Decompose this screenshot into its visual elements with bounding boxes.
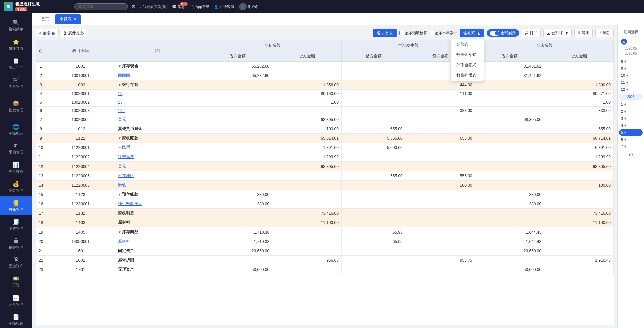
expand-more-button[interactable]: ⊻ 展开更多: [61, 29, 87, 37]
month-item-nov[interactable]: 11月: [619, 79, 643, 86]
sidebar-item-retail[interactable]: 🛒 零售管理 ›: [0, 73, 32, 97]
account-name-cell[interactable]: 原材料: [115, 237, 203, 246]
show-year-checkbox[interactable]: 显示本年累计: [430, 30, 457, 36]
cell-ob_debit: [203, 98, 272, 107]
account-name-cell[interactable]: 美元: [115, 162, 203, 171]
minimize-button[interactable]: —: [630, 17, 635, 22]
month-item-feb[interactable]: 2月: [619, 108, 643, 115]
account-name-cell[interactable]: 美元: [115, 115, 203, 124]
export-button[interactable]: ⬇ 导出: [574, 29, 593, 37]
amount-style-option-qty-amount[interactable]: 数量金额式: [451, 50, 484, 60]
account-name-cell[interactable]: 累计折旧: [115, 256, 203, 265]
month-item-dec[interactable]: 12月: [619, 86, 643, 93]
sidebar-item-inventory[interactable]: 📊 库存核算: [0, 158, 32, 177]
auxiliary-checkbox-input[interactable]: [399, 31, 404, 35]
month-item-jul[interactable]: 7月: [619, 143, 643, 150]
breadcrumb-all[interactable]: ◀ 全部 ▶: [36, 29, 59, 37]
refresh-button[interactable]: ↺ 刷新: [595, 29, 614, 37]
account-name-cell[interactable]: 游戏: [115, 181, 203, 190]
account-name-cell[interactable]: 无形资产: [115, 265, 203, 274]
table-row: 210010001回回回65,282.6033,830.9831,451.62: [36, 71, 614, 80]
account-name-cell[interactable]: ▼应收账款: [115, 134, 203, 143]
amount-style-option-qty-foreign[interactable]: 数量外币式: [451, 70, 484, 81]
amount-style-dropdown[interactable]: 金额式 ▲ 金额式 数量金额式 外币金额式 数量外币式: [460, 29, 484, 37]
account-name-cell[interactable]: 其他货币资金: [115, 124, 203, 134]
row-number: 22: [36, 256, 46, 265]
account-name-cell[interactable]: 23: [115, 98, 203, 107]
return-old-version-button[interactable]: 退回旧版: [373, 29, 397, 37]
account-name-cell[interactable]: 往来标签: [115, 152, 203, 162]
app-download-button[interactable]: 📱 App下载: [190, 4, 210, 9]
amount-style-option-amount[interactable]: 金额式: [451, 39, 484, 50]
demo-link[interactable]: ○ 我要看实例演示: [139, 4, 169, 9]
account-name-cell[interactable]: ▼库存现金: [115, 62, 203, 71]
cell-cl_debit: [475, 181, 544, 190]
sidebar-item-operation[interactable]: 📈 经营管理: [0, 291, 32, 310]
message-button[interactable]: 💬 消息 99+: [172, 4, 185, 9]
sidebar-item-report[interactable]: 📄 小畅报销: [0, 310, 32, 328]
year-checkbox-input[interactable]: [430, 31, 434, 35]
account-name-cell[interactable]: 122: [115, 107, 203, 115]
account-name-cell[interactable]: ▼库存商品: [115, 227, 203, 237]
sidebar-item-tax[interactable]: 🏛 税务管理: [0, 235, 32, 253]
cell-ob_credit: [272, 265, 342, 274]
month-item-mar[interactable]: 3月: [619, 115, 643, 122]
table-row: 211601固定资产29,650.0029,650.00: [36, 246, 614, 256]
show-auxiliary-checkbox[interactable]: 显示辅助核算: [399, 30, 427, 36]
month-item-jun[interactable]: 6月: [619, 136, 643, 143]
period-up-arrow[interactable]: ▲: [621, 39, 627, 45]
account-name-cell[interactable]: 原材料: [115, 218, 203, 227]
account-name-cell[interactable]: ▼预付账款: [115, 190, 203, 199]
cell-cl_credit: 11,100.00: [544, 218, 614, 227]
account-name-cell[interactable]: 固定资产: [115, 246, 203, 256]
row-number: 17: [36, 209, 46, 218]
sidebar-item-wholesale[interactable]: 📦 批发管理 ›: [0, 97, 32, 120]
sidebar-item-purchase[interactable]: 🛍 采购管理: [0, 139, 32, 158]
account-code-cell: 11220002: [46, 152, 115, 162]
account-name-cell[interactable]: 应收利息: [115, 209, 203, 218]
account-name-cell[interactable]: 所在地区: [115, 171, 203, 181]
fold-panel-button[interactable]: ⊙: [619, 151, 643, 158]
cell-curr_debit: [341, 246, 406, 256]
account-name-cell[interactable]: 预付账款美元: [115, 199, 203, 209]
month-item-oct[interactable]: 10月: [619, 72, 643, 79]
account-code-cell: 14050001: [46, 237, 115, 246]
month-item-apr[interactable]: 4月: [619, 122, 643, 129]
sidebar-item-shortcut[interactable]: ⭐ 快捷导航: [0, 35, 32, 54]
account-name-cell[interactable]: 回回回: [115, 71, 203, 80]
column-settings-icon[interactable]: ⚙: [39, 48, 43, 54]
maximize-button[interactable]: □: [637, 17, 640, 22]
account-name-cell[interactable]: ▼银行存款: [115, 80, 203, 90]
sidebar-item-capital[interactable]: 💰 资金管理: [0, 177, 32, 196]
gear-icon[interactable]: ⚙: [131, 4, 136, 9]
row-number: 2: [36, 71, 46, 80]
account-name-cell[interactable]: 12: [115, 90, 203, 98]
user-avatar[interactable]: 👤 用户名: [239, 3, 259, 10]
table-row: 221602累计折旧956.68953.751,910.43: [36, 256, 614, 265]
sidebar-item-fixed-assets[interactable]: 🏗 固定资产: [0, 253, 32, 272]
account-name-cell[interactable]: 人民币: [115, 143, 203, 152]
month-item-aug[interactable]: 8月: [619, 58, 643, 65]
amount-style-option-foreign-amount[interactable]: 外币金额式: [451, 60, 484, 70]
cell-cl_debit: [475, 124, 544, 134]
sidebar-item-invoice[interactable]: 🧾 发票管理: [0, 215, 32, 235]
sidebar-item-search[interactable]: 🔍 搜索菜单: [0, 16, 32, 35]
sidebar-item-project[interactable]: 📋 项目合同: [0, 54, 32, 73]
month-item-sep[interactable]: 9月: [619, 65, 643, 72]
tab-close-button[interactable]: ×: [74, 17, 76, 21]
month-item-jan[interactable]: 1月: [619, 101, 643, 108]
sidebar-item-ledger[interactable]: 📒 总账管理: [0, 196, 32, 215]
row-number: 9: [36, 134, 46, 143]
online-service-button[interactable]: 👤 在线客服: [214, 4, 234, 9]
cloud-print-button[interactable]: ☁ 云打印 ▼: [543, 29, 572, 37]
sidebar-item-ecommerce[interactable]: 🌐 小畅电商: [0, 120, 32, 139]
month-item-may[interactable]: 5月: [619, 129, 643, 136]
cell-curr_credit: [406, 98, 475, 107]
search-input[interactable]: [74, 3, 128, 10]
tab-balance[interactable]: 余额表 ×: [55, 14, 81, 24]
expand-all-toggle[interactable]: 全部展开: [487, 29, 519, 37]
account-code-cell: 11220005: [46, 171, 115, 181]
tab-home[interactable]: 首页: [36, 14, 54, 24]
print-button[interactable]: 🖨 打印: [522, 29, 541, 37]
sidebar-item-salary[interactable]: 💵 工资: [0, 272, 32, 291]
